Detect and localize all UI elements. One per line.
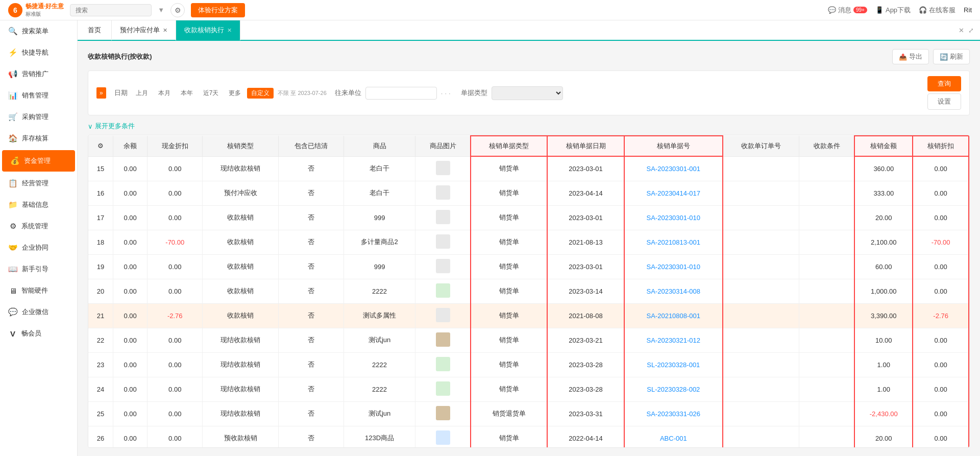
sidebar-item-wechat[interactable]: 💬 企业微信 [0,301,77,323]
cell-verify-discount: 0.00 [913,377,969,401]
notification-area[interactable]: 💬 消息 99+ [828,6,867,15]
doc-no-link[interactable]: ABC-001 [660,435,687,442]
online-service[interactable]: 🎧 在线客服 [919,6,955,15]
doc-no-link[interactable]: SA-20230321-012 [647,337,701,344]
cell-verify-amount: 20.00 [854,426,913,448]
cell-include-settled: 否 [278,426,344,448]
sidebar-item-system[interactable]: ⚙ 系统管理 [0,215,77,237]
date-tag-this-year[interactable]: 本年 [177,88,197,99]
cell-verify-doc-no[interactable]: SA-20230301-010 [624,254,723,279]
cell-verify-doc-type: 销货单 [471,181,547,205]
sidebar-item-search[interactable]: 🔍 搜索菜单 [0,20,77,42]
cell-verify-doc-date: 2023-04-14 [547,181,624,205]
sidebar-item-hardware[interactable]: 🖥 智能硬件 [0,280,77,301]
expand-filter-btn[interactable]: » [96,87,106,99]
doc-no-link[interactable]: SL-20230328-001 [647,361,700,369]
date-tag-last-month[interactable]: 上月 [132,88,152,99]
sidebar-item-operation[interactable]: 📋 经营管理 [0,173,77,194]
doc-no-link[interactable]: SA-20230301-010 [647,263,701,271]
expand-more-btn[interactable]: ∨ 展开更多条件 [88,122,970,131]
cell-verify-doc-no[interactable]: SA-20230321-012 [624,328,723,352]
cell-receipt-cond [799,352,854,377]
cell-verify-doc-date: 2021-08-13 [547,230,624,254]
tab-prepay[interactable]: 预付冲应付单 ✕ [112,20,176,40]
brand-text: 畅捷通·好生意 标准版 [26,2,64,18]
cell-verify-doc-date: 2023-03-31 [547,401,624,426]
cell-balance: 0.00 [113,230,147,254]
date-tag-more[interactable]: 更多 [225,88,245,99]
doc-no-link[interactable]: SL-20230328-002 [647,386,700,393]
tab-home[interactable]: 首页 [78,20,112,40]
cell-verify-doc-no[interactable]: SL-20230328-001 [624,352,723,377]
sidebar-item-shortcut[interactable]: ⚡ 快捷导航 [0,42,77,63]
cell-verify-doc-no[interactable]: SL-20230328-002 [624,377,723,401]
table-row: 16 0.00 0.00 预付冲应收 否 老白干 销货单 2023-04-14 … [88,181,969,205]
sidebar-item-finance[interactable]: 💰 资金管理 [2,150,75,172]
doc-no-link[interactable]: SA-20230301-010 [647,214,701,222]
doc-no-link[interactable]: SA-20230301-001 [647,165,701,173]
sidebar-item-purchase[interactable]: 🛒 采购管理 [0,106,77,128]
date-tag-custom[interactable]: 自定义 [247,88,274,99]
search-input[interactable] [70,4,152,16]
cell-receipt-cond [799,426,854,448]
data-table: ⚙ 余额 现金折扣 核销类型 包含已结清 商品 商品图片 核销单据类型 核销单据… [88,135,969,448]
cell-verify-doc-no[interactable]: SA-20210813-001 [624,230,723,254]
cell-verify-doc-type: 销货单 [471,279,547,303]
cell-goods-img [415,254,471,279]
close-tab-verify-icon[interactable]: ✕ [227,27,232,34]
cell-verify-doc-type: 销货单 [471,303,547,328]
date-tag-this-month[interactable]: 本月 [154,88,175,99]
col-settings[interactable]: ⚙ [88,136,113,156]
cell-verify-doc-no[interactable]: SA-20230414-017 [624,181,723,205]
doc-no-link[interactable]: SA-20210808-001 [647,312,701,320]
sidebar-item-enterprise[interactable]: 🤝 企业协同 [0,237,77,258]
expand-window-icon[interactable]: ⤢ [968,27,974,34]
cell-verify-doc-no[interactable]: SA-20210808-001 [624,303,723,328]
order-type-select[interactable] [492,86,563,100]
refresh-btn[interactable]: 🔄 刷新 [933,49,970,64]
cell-include-settled: 否 [278,377,344,401]
page-title: 收款核销执行(按收款) [88,52,152,61]
counterpart-input[interactable] [365,87,437,100]
tab-verify[interactable]: 收款核销执行 ✕ [176,20,240,40]
app-download[interactable]: 📱 App下载 [875,6,911,15]
cell-verify-doc-no[interactable]: SA-20230314-008 [624,279,723,303]
content-area: 首页 预付冲应付单 ✕ 收款核销执行 ✕ ✕ ⤢ 收款核销执行(按收款) 📤 [78,20,980,456]
cell-verify-doc-no[interactable]: SA-20230301-010 [624,205,723,230]
sidebar-item-sales[interactable]: 📊 销售管理 [0,85,77,106]
page-actions: 📤 导出 🔄 刷新 [892,49,970,64]
cell-verify-doc-no[interactable]: ABC-001 [624,426,723,448]
doc-no-link[interactable]: SA-20230331-026 [647,410,701,418]
cell-cash-discount: 0.00 [148,426,203,448]
cell-receipt-order-no [723,426,799,448]
cell-verify-doc-no[interactable]: SA-20230301-001 [624,156,723,181]
sidebar-item-basic[interactable]: 📁 基础信息 [0,194,77,215]
filter-setting-btn[interactable]: 设置 [927,93,961,110]
sidebar-item-inventory[interactable]: 🏠 库存核算 [0,128,77,149]
cell-include-settled: 否 [278,303,344,328]
cell-id: 17 [88,205,113,230]
cell-verify-discount: -70.00 [913,230,969,254]
sidebar-item-member[interactable]: V 畅会员 [0,323,77,344]
nav-dropdown[interactable]: ▼ [158,6,164,14]
cell-goods-img [415,303,471,328]
cell-receipt-order-no [723,156,799,181]
date-tag-7days[interactable]: 近7天 [199,88,223,99]
sidebar-item-marketing[interactable]: 📢 营销推广 [0,63,77,85]
query-btn[interactable]: 查询 [927,76,961,91]
close-tab-prepay-icon[interactable]: ✕ [163,27,167,34]
solution-btn[interactable]: 体验行业方案 [191,3,245,17]
cell-receipt-order-no [723,205,799,230]
table-row: 26 0.00 0.00 预收款核销 否 123D商品 销货单 2022-04-… [88,426,969,448]
user-name[interactable]: Rit [964,6,972,14]
inventory-icon: 🏠 [8,134,18,143]
doc-no-link[interactable]: SA-20230314-008 [647,287,701,295]
operation-icon: 📋 [8,179,18,188]
cell-verify-doc-no[interactable]: SA-20230331-026 [624,401,723,426]
doc-no-link[interactable]: SA-20210813-001 [647,238,701,246]
settings-icon[interactable]: ⚙ [170,3,185,17]
doc-no-link[interactable]: SA-20230414-017 [647,189,701,197]
sidebar-item-guide[interactable]: 📖 新手引导 [0,258,77,280]
close-window-icon[interactable]: ✕ [959,27,964,34]
export-btn[interactable]: 📤 导出 [892,49,929,64]
